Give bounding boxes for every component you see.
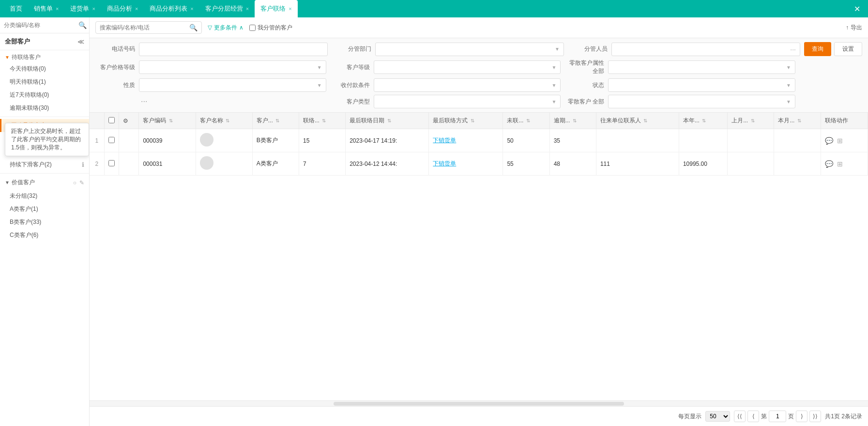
col-checkbox[interactable] bbox=[104, 113, 119, 129]
nav-item-analysis[interactable]: 商品分析 × bbox=[101, 0, 144, 17]
query-button[interactable]: 查询 bbox=[804, 42, 831, 56]
col-settings[interactable]: ⚙ bbox=[119, 113, 139, 129]
sort-icon-contact[interactable]: ⇅ bbox=[322, 118, 326, 123]
close-icon-active[interactable]: × bbox=[289, 0, 291, 17]
window-close-button[interactable]: ✕ bbox=[850, 4, 864, 14]
filter-field-dept: 分管部门 ▼ bbox=[332, 43, 564, 56]
sidebar-item-class-c[interactable]: C类客户(6) bbox=[0, 229, 89, 242]
nav-item-sales[interactable]: 销售单 × bbox=[28, 0, 64, 17]
nav-label-home: 首页 bbox=[10, 0, 22, 17]
sort-icon-date[interactable]: ⇅ bbox=[387, 118, 391, 123]
sort-icon-type[interactable]: ⇅ bbox=[275, 118, 279, 123]
horizontal-scrollbar[interactable] bbox=[90, 400, 868, 406]
row-year-1 bbox=[679, 129, 727, 152]
row-way-1[interactable]: 下销货单 bbox=[429, 129, 503, 152]
nav-item-customer-segment[interactable]: 客户分层经营 × bbox=[199, 0, 255, 17]
sort-icon-code[interactable]: ⇅ bbox=[169, 118, 173, 123]
sidebar-collapse-icon[interactable]: ≪ bbox=[77, 38, 84, 45]
status-select[interactable]: ▼ bbox=[608, 78, 795, 92]
sidebar-item-overdue-pending[interactable]: 逾期未联络(30) bbox=[0, 102, 89, 115]
price-level-select[interactable]: ▼ bbox=[139, 60, 326, 74]
person-select[interactable]: ··· bbox=[611, 43, 800, 56]
sidebar-item-7day-pending[interactable]: 近7天待联络(0) bbox=[0, 88, 89, 102]
sidebar-item-class-a[interactable]: A类客户(1) bbox=[0, 203, 89, 216]
search-icon[interactable]: 🔍 bbox=[189, 24, 198, 31]
table-row: 2 000031 A类客户 7 2023-04-12 14:44: 下销货单 5… bbox=[90, 152, 868, 176]
col-last-month: 上月... ⇅ bbox=[728, 113, 774, 129]
sidebar-item-today-pending[interactable]: 今天待联络(0) bbox=[0, 62, 89, 75]
filter-row-4: ··· 客户类型 ▼ 零散客户 全部 ▼ bbox=[95, 95, 862, 108]
my-customers-checkbox-label[interactable]: 我分管的客户 bbox=[249, 24, 292, 32]
sidebar-item-ungrouped[interactable]: 未分组(32) bbox=[0, 190, 89, 203]
setting-button[interactable]: 设置 bbox=[834, 42, 862, 56]
nature-select[interactable]: ▼ bbox=[139, 78, 326, 92]
search-input[interactable] bbox=[100, 24, 186, 31]
chat-icon-2[interactable]: 💬 bbox=[825, 160, 833, 168]
ellipsis-button[interactable]: ··· bbox=[139, 97, 149, 106]
sidebar-item-declining[interactable]: 持续下滑客户(2) ℹ bbox=[0, 158, 89, 171]
close-icon[interactable]: × bbox=[246, 0, 249, 17]
sort-icon-way[interactable]: ⇅ bbox=[471, 118, 474, 123]
customer-level-select[interactable]: ▼ bbox=[374, 60, 561, 74]
dept-select[interactable]: ▼ bbox=[375, 43, 564, 56]
value-customers-circle-icon[interactable]: ○ bbox=[73, 179, 76, 186]
next-page-button[interactable]: ⟩ bbox=[796, 411, 807, 422]
export-button[interactable]: ↑ 导出 bbox=[846, 24, 862, 32]
customer-type-select[interactable]: ▼ bbox=[374, 95, 561, 108]
table-header-row: ⚙ 客户编码 ⇅ 客户名称 ⇅ 客户... ⇅ 联络... ⇅ 最后联络日期 ⇅… bbox=[90, 113, 868, 129]
sidebar-search-input[interactable] bbox=[4, 22, 76, 29]
nav-item-purchase[interactable]: 进货单 × bbox=[64, 0, 101, 17]
row-checkbox-1[interactable] bbox=[104, 129, 119, 152]
sidebar-item-class-b[interactable]: B类客户(33) bbox=[0, 216, 89, 229]
retail-attr-select[interactable]: ▼ bbox=[608, 60, 795, 74]
customer-level-label: 客户等级 bbox=[330, 63, 374, 72]
sort-icon-uncontact[interactable]: ⇅ bbox=[526, 118, 530, 123]
close-icon[interactable]: × bbox=[190, 0, 193, 17]
select-all-checkbox[interactable] bbox=[108, 117, 115, 123]
prev-page-button[interactable]: ⟨ bbox=[747, 411, 759, 422]
sort-icon-year[interactable]: ⇅ bbox=[702, 118, 706, 123]
page-input[interactable] bbox=[769, 411, 786, 422]
close-icon[interactable]: × bbox=[56, 0, 59, 17]
nav-item-analysis-list[interactable]: 商品分析列表 × bbox=[144, 0, 199, 17]
table-row: 1 000039 B类客户 15 2023-04-17 14:19: 下销货单 … bbox=[90, 129, 868, 152]
close-icon[interactable]: × bbox=[92, 0, 95, 17]
tooltip-text: 距客户上次交易时长，超过了此客户的平均交易周期的1.5倍，则视为异常。 bbox=[11, 128, 81, 151]
retail-select[interactable]: ▼ bbox=[608, 95, 795, 108]
first-page-button[interactable]: ⟨⟨ bbox=[734, 411, 746, 422]
row-way-2[interactable]: 下销货单 bbox=[429, 152, 503, 176]
status-chevron: ▼ bbox=[786, 83, 791, 88]
scroll-thumb[interactable] bbox=[334, 402, 624, 406]
grid-icon-2[interactable]: ⊞ bbox=[837, 160, 843, 168]
value-customers-edit-icon[interactable]: ✎ bbox=[79, 179, 84, 186]
nav-item-customer-contact[interactable]: 客户联络 × bbox=[255, 0, 297, 17]
sort-icon-company[interactable]: ⇅ bbox=[643, 118, 647, 123]
sort-icon-name[interactable]: ⇅ bbox=[226, 118, 229, 123]
phone-input[interactable] bbox=[139, 43, 328, 56]
sort-icon-last-month[interactable]: ⇅ bbox=[751, 118, 755, 123]
my-customers-checkbox[interactable] bbox=[249, 25, 256, 31]
sidebar-item-tomorrow-pending[interactable]: 明天待联络(1) bbox=[0, 75, 89, 88]
top-nav: 首页 销售单 × 进货单 × 商品分析 × 商品分析列表 × 客户分层经营 × … bbox=[0, 0, 868, 17]
link-sales-order-2[interactable]: 下销货单 bbox=[433, 160, 456, 167]
sidebar-group-value-customers[interactable]: ▼ 价值客户 ○ ✎ bbox=[0, 176, 89, 190]
sort-icon-overdue[interactable]: ⇅ bbox=[573, 118, 577, 123]
row-action-2: 💬 ⊞ bbox=[821, 152, 868, 176]
sidebar-search-icon[interactable]: 🔍 bbox=[78, 21, 87, 29]
sidebar-group-pending[interactable]: ▼ 待联络客户 bbox=[0, 50, 89, 62]
filter-icon: ▽ bbox=[208, 24, 212, 31]
last-page-button[interactable]: ⟩⟩ bbox=[809, 411, 821, 422]
chat-icon-1[interactable]: 💬 bbox=[825, 137, 833, 145]
link-sales-order-1[interactable]: 下销货单 bbox=[433, 137, 456, 144]
payment-select[interactable]: ▼ bbox=[374, 78, 561, 92]
pending-group-label: 待联络客户 bbox=[12, 53, 41, 61]
sort-icon-this-month[interactable]: ⇅ bbox=[797, 118, 801, 123]
per-page-select[interactable]: 50 20 100 bbox=[705, 411, 730, 422]
filter-field-phone: 电话号码 bbox=[95, 43, 328, 56]
row-checkbox-2[interactable] bbox=[104, 152, 119, 176]
col-last-contact-date: 最后联络日期 ⇅ bbox=[346, 113, 429, 129]
nav-item-home[interactable]: 首页 bbox=[4, 0, 28, 17]
more-conditions-button[interactable]: ▽ 更多条件 ∧ bbox=[208, 24, 244, 32]
close-icon[interactable]: × bbox=[135, 0, 138, 17]
grid-icon-1[interactable]: ⊞ bbox=[837, 137, 843, 145]
